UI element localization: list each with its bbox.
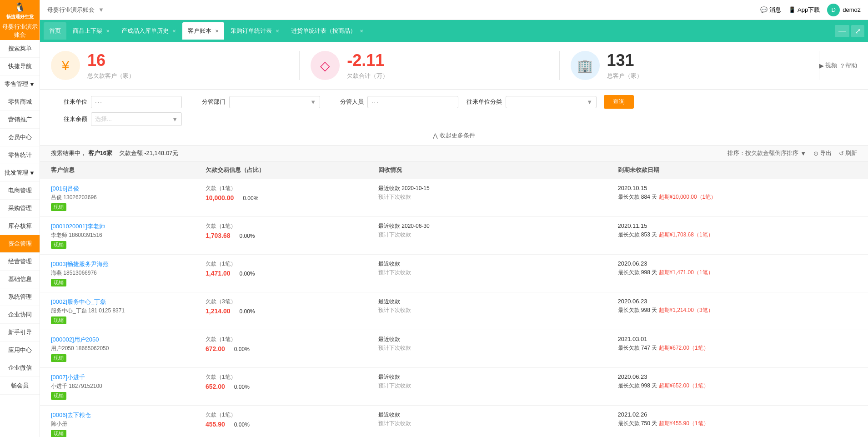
customer-name-link[interactable]: [0001020001]李老师 xyxy=(51,222,206,231)
debt-amount[interactable]: 1,703.68 xyxy=(206,232,231,239)
sidebar-item-finance[interactable]: 资金管理 xyxy=(0,235,40,253)
table-row: [000002]用户2050 用户2050 18665062050 现销 欠款（… xyxy=(40,330,868,368)
minimize-btn[interactable]: — xyxy=(835,25,849,37)
sidebar-item-basic-info[interactable]: 基础信息 xyxy=(0,271,40,288)
tab-customer-account[interactable]: 客户账本 ✕ xyxy=(182,22,224,40)
customer-name-link[interactable]: [0006]去下粮仓 xyxy=(51,411,206,419)
overdue-amount-link[interactable]: 超期¥1,703.68（1笔） xyxy=(659,231,713,238)
collapse-button[interactable]: ⋀ 收起更多条件 xyxy=(433,131,475,140)
tab-purchase-order[interactable]: 采购订单统计表 ✕ xyxy=(225,22,285,40)
sidebar-item-search-menu[interactable]: 搜索菜单 xyxy=(0,40,40,58)
filter-select-unit-category[interactable]: ▼ xyxy=(506,96,597,108)
sidebar-item-retail-mall[interactable]: 零售商城 xyxy=(0,93,40,111)
sidebar-item-member[interactable]: 会员中心 xyxy=(0,129,40,146)
last-payment: 最近收款 xyxy=(378,411,618,419)
filter-select-balance[interactable]: 选择... ▼ xyxy=(91,112,182,126)
filter-label-unit-category: 往来单位分类 xyxy=(466,98,502,106)
sidebar-item-system[interactable]: 系统管理 xyxy=(0,288,40,306)
close-icon-1[interactable]: ✕ xyxy=(106,29,110,34)
sidebar-item-marketing[interactable]: 营销推广 xyxy=(0,111,40,129)
filter-balance: 往来余额 选择... ▼ xyxy=(51,112,182,126)
debt-amount[interactable]: 672.00 xyxy=(206,345,225,352)
sidebar-item-purchase[interactable]: 采购管理 xyxy=(0,200,40,217)
customer-phone: 小进千 18279152100 xyxy=(51,382,206,390)
sidebar-item-ecommerce[interactable]: 电商管理 xyxy=(0,182,40,200)
close-icon-2[interactable]: ✕ xyxy=(172,29,176,34)
sidebar-item-enterprise-wx[interactable]: 企业微信 xyxy=(0,359,40,377)
next-payment: 预计下次收款 xyxy=(378,344,618,352)
user-menu[interactable]: D demo2 xyxy=(827,4,861,16)
overdue-amount-link[interactable]: 超期¥1,214.00（3笔） xyxy=(659,307,713,313)
customer-name-link[interactable]: [000002]用户2050 xyxy=(51,336,206,344)
filter-label-source-unit: 往来单位 xyxy=(51,98,87,106)
chevron-down-icon: ▼ xyxy=(29,81,35,88)
tab-import-stats[interactable]: 进货单统计表（按商品） ✕ xyxy=(286,22,369,40)
sidebar-item-retail-stats[interactable]: 零售统计 xyxy=(0,146,40,164)
sidebar-item-quick-nav[interactable]: 快捷导航 xyxy=(0,58,40,75)
sidebar-item-batch-mgmt[interactable]: 批发管理 ▼ xyxy=(0,164,40,182)
refresh-btn[interactable]: ↺ 刷新 xyxy=(839,149,857,157)
sidebar-item-vip[interactable]: 畅会员 xyxy=(0,377,40,395)
sidebar-item-enterprise[interactable]: 企业协同 xyxy=(0,306,40,324)
stat-value-total-customers: 131 xyxy=(607,51,642,70)
sidebar-item-inventory[interactable]: 库存核算 xyxy=(0,217,40,235)
sidebar-item-operations[interactable]: 经营管理 xyxy=(0,253,40,271)
video-btn[interactable]: ▶ 视频 xyxy=(819,61,837,70)
debt-desc: 欠款（3笔） xyxy=(206,298,378,306)
recovery-cell: 最近收款 2020-06-30 预计下次收款 xyxy=(378,222,618,249)
customer-name-link[interactable]: [0003]畅捷服务尹海燕 xyxy=(51,260,206,268)
overdue-info: 最长欠款 747 天 超期¥672.00（1笔） xyxy=(618,344,858,352)
customer-name-link[interactable]: [0016]吕俊 xyxy=(51,185,206,193)
tab-production-history[interactable]: 产成品入库单历史 ✕ xyxy=(116,22,181,40)
help-btn[interactable]: ? 帮助 xyxy=(841,61,857,70)
maximize-btn[interactable]: ⤢ xyxy=(851,25,864,37)
close-icon-4[interactable]: ✕ xyxy=(276,29,279,34)
sidebar-item-app-center[interactable]: 应用中心 xyxy=(0,342,40,359)
close-icon-5[interactable]: ✕ xyxy=(360,29,363,34)
search-button[interactable]: 查询 xyxy=(604,95,634,109)
filter-input-manager[interactable]: ··· xyxy=(367,96,458,108)
filter-input-source-unit[interactable]: ··· xyxy=(91,96,182,108)
company-name[interactable]: 母婴行业演示账套 xyxy=(0,22,40,40)
debt-percent: 0.00% xyxy=(240,308,255,315)
overdue-days: 最长欠款 853 天 xyxy=(618,231,659,238)
table-row: [0002]服务中心_丁磊 服务中心_丁磊 181 0125 8371 现销 欠… xyxy=(40,292,868,330)
customer-phone: 吕俊 13026203696 xyxy=(51,194,206,201)
refresh-icon: ↺ xyxy=(839,150,844,157)
debt-amount[interactable]: 10,000.00 xyxy=(206,194,234,201)
debt-amount[interactable]: 1,471.00 xyxy=(206,270,231,277)
customer-phone: 海燕 18513066976 xyxy=(51,269,206,277)
overdue-amount-link[interactable]: 超期¥672.00（1笔） xyxy=(659,345,709,351)
customer-tag: 现销 xyxy=(51,241,66,249)
filter-select-dept[interactable]: ▼ xyxy=(229,96,320,108)
debt-amount[interactable]: 455.90 xyxy=(206,421,225,428)
tab-products-off[interactable]: 商品上下架 ✕ xyxy=(67,22,115,40)
main-area: 母婴行业演示账套 ▼ 💬 消息 📱 App下载 D demo2 首页 xyxy=(40,0,868,437)
sidebar-item-guide[interactable]: 新手引导 xyxy=(0,324,40,342)
stat-info-amount: -2.11 欠款合计（万） xyxy=(347,51,388,80)
due-date-cell: 2020.10.15 最长欠款 884 天 超期¥10,000.00（1笔） xyxy=(618,185,858,211)
customer-name-link[interactable]: [0002]服务中心_丁磊 xyxy=(51,298,206,306)
due-date-cell: 2020.11.15 最长欠款 853 天 超期¥1,703.68（1笔） xyxy=(618,222,858,249)
app-download-btn[interactable]: 📱 App下载 xyxy=(788,6,820,14)
export-icon: ⊙ xyxy=(813,150,818,157)
customer-phone: 陈小册 xyxy=(51,420,206,428)
close-icon-3[interactable]: ✕ xyxy=(215,29,219,34)
stat-label-debt-customers: 总欠款客户（家） xyxy=(87,72,135,80)
table-row: [0003]畅捷服务尹海燕 海燕 18513066976 现销 欠款（1笔） 1… xyxy=(40,255,868,292)
overdue-amount-link[interactable]: 超期¥652.00（1笔） xyxy=(659,382,709,389)
message-btn[interactable]: 💬 消息 xyxy=(760,6,781,14)
customer-name-link[interactable]: [0007]小进千 xyxy=(51,373,206,382)
overdue-amount-link[interactable]: 超期¥1,471.00（1笔） xyxy=(659,269,713,276)
debt-amount[interactable]: 1,214.00 xyxy=(206,307,231,315)
company-selector[interactable]: 母婴行业演示账套 ▼ xyxy=(47,6,104,14)
sort-selector[interactable]: 排序：按欠款金额倒序排序 ▼ xyxy=(728,149,806,157)
export-btn[interactable]: ⊙ 导出 xyxy=(813,149,832,157)
tab-home[interactable]: 首页 xyxy=(44,22,66,40)
sidebar-item-retail-mgmt[interactable]: 零售管理 ▼ xyxy=(0,75,40,93)
filter-label-balance: 往来余额 xyxy=(51,115,87,123)
overdue-amount-link[interactable]: 超期¥455.90（1笔） xyxy=(659,420,709,427)
table-row: [0006]去下粮仓 陈小册 现销 欠款（1笔） 455.90 0.00% 最近… xyxy=(40,406,868,437)
overdue-amount-link[interactable]: 超期¥10,000.00（1笔） xyxy=(659,194,717,200)
debt-amount[interactable]: 652.00 xyxy=(206,383,225,390)
